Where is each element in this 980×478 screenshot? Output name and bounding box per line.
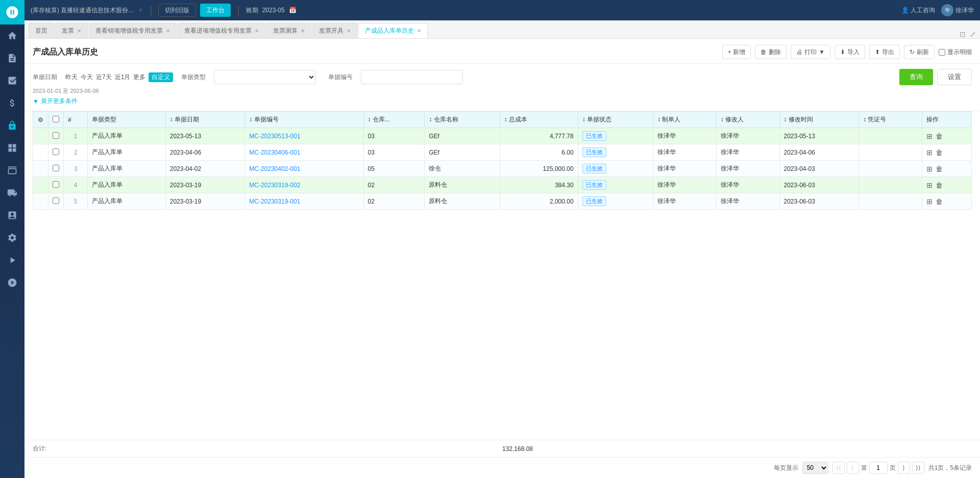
th-checkbox[interactable] (48, 112, 64, 128)
sidebar-item-play[interactable] (0, 249, 24, 271)
print-button[interactable]: 🖨 打印 ▼ (791, 45, 830, 59)
th-modify-time[interactable]: ↕ 修改时间 (779, 112, 859, 128)
row-checkbox[interactable] (48, 128, 64, 144)
th-settings[interactable]: ⚙ (33, 112, 48, 128)
sidebar-item-document[interactable] (0, 47, 24, 69)
show-detail-checkbox[interactable] (939, 49, 945, 56)
row-checkbox[interactable] (48, 144, 64, 161)
row-delete-icon[interactable]: 🗑 (936, 165, 943, 173)
row-number-link[interactable]: MC-20230319-001 (249, 198, 300, 205)
tab-product-history[interactable]: 产成品入库单历史 ✕ (358, 23, 428, 38)
tab-invoice-open[interactable]: 发票开具 ✕ (312, 23, 357, 38)
tab-sales-vat[interactable]: 查看销项增值税专用发票 ✕ (89, 23, 177, 38)
page-size-select[interactable]: 50 20 100 (802, 462, 828, 474)
tab-product-history-close[interactable]: ✕ (417, 28, 421, 34)
window-restore-button[interactable]: ⊡ (960, 30, 966, 38)
workbench-button[interactable]: 工作台 (200, 4, 231, 17)
type-filter-select[interactable] (214, 70, 316, 84)
th-warehouse-code[interactable]: ↕ 仓库... (363, 112, 425, 128)
tab-purchase-vat[interactable]: 查看进项增值税专用发票 ✕ (178, 23, 265, 38)
next-page-button[interactable]: ⟩ (898, 462, 910, 474)
tab-invoice[interactable]: 发票 ✕ (55, 23, 88, 38)
last-page-button[interactable]: ⟩⟩ (912, 462, 924, 474)
sidebar-item-box[interactable] (0, 159, 24, 182)
row-warehouse-name: 徐仓 (425, 161, 500, 177)
row-creator: 徐泽华 (653, 193, 717, 210)
today-shortcut[interactable]: 今天 (81, 73, 93, 82)
row-delete-icon[interactable]: 🗑 (936, 148, 943, 157)
row-delete-icon[interactable]: 🗑 (936, 181, 943, 189)
row-number-link[interactable]: MC-20230513-001 (249, 133, 300, 140)
yesterday-shortcut[interactable]: 昨天 (65, 73, 78, 82)
tab-home[interactable]: 首页 (29, 23, 54, 38)
last7-shortcut[interactable]: 近7天 (96, 73, 112, 82)
import-button[interactable]: ⬇ 导入 (835, 45, 865, 59)
page-number-input[interactable] (869, 462, 888, 474)
th-status[interactable]: ↕ 单据状态 (578, 112, 653, 128)
number-filter-input[interactable] (361, 70, 463, 84)
sidebar-item-home[interactable] (0, 24, 24, 47)
last1m-shortcut[interactable]: 近1月 (115, 73, 131, 82)
sidebar-item-report[interactable] (0, 204, 24, 227)
sidebar (0, 0, 24, 478)
row-edit-icon[interactable]: ⊞ (926, 148, 933, 157)
window-maximize-button[interactable]: ⤢ (970, 30, 976, 38)
prev-page-button[interactable]: ⟨ (847, 462, 859, 474)
sidebar-item-truck[interactable] (0, 182, 24, 204)
table-area: ⚙ # 单据类型 ↕ 单据日期 ↕ 单据编号 ↕ 仓库... ↕ 仓库名称 ↕ … (24, 111, 980, 440)
tab-invoice-open-close[interactable]: ✕ (347, 28, 351, 34)
row-number-link[interactable]: MC-20230319-002 (249, 182, 300, 189)
select-all-checkbox[interactable] (53, 116, 59, 122)
row-status: 已生效 (578, 128, 653, 144)
tab-invoice-calc[interactable]: 发票测算 ✕ (266, 23, 311, 38)
row-edit-icon[interactable]: ⊞ (926, 181, 933, 189)
th-voucher[interactable]: ↕ 凭证号 (859, 112, 922, 128)
help-label[interactable]: 👤 人工咨询 (901, 6, 935, 15)
row-number-link[interactable]: MC-20230402-001 (249, 165, 300, 172)
tab-invoice-close[interactable]: ✕ (77, 28, 81, 34)
more-shortcut[interactable]: 更多 (133, 73, 145, 82)
row-edit-icon[interactable]: ⊞ (926, 197, 933, 206)
export-button[interactable]: ⬆ 导出 (869, 45, 900, 59)
th-number[interactable]: ↕ 单据编号 (245, 112, 363, 128)
th-total-cost[interactable]: ↕ 总成本 (500, 112, 578, 128)
sidebar-item-settings[interactable] (0, 227, 24, 249)
row-action: ⊞ 🗑 (922, 161, 971, 177)
row-checkbox[interactable] (48, 193, 64, 210)
row-edit-icon[interactable]: ⊞ (926, 132, 933, 140)
row-delete-icon[interactable]: 🗑 (936, 132, 943, 140)
th-date[interactable]: ↕ 单据日期 (165, 112, 245, 128)
custom-shortcut[interactable]: 自定义 (149, 72, 173, 82)
first-page-button[interactable]: ⟨⟨ (832, 462, 845, 474)
row-warehouse-code: 03 (363, 144, 425, 161)
th-creator[interactable]: ↕ 制单人 (653, 112, 717, 128)
sidebar-item-version[interactable] (0, 271, 24, 294)
th-modifier[interactable]: ↕ 修改人 (716, 112, 779, 128)
query-button[interactable]: 查询 (899, 69, 933, 85)
delete-button[interactable]: 🗑 删除 (755, 45, 787, 59)
row-checkbox[interactable] (48, 177, 64, 193)
th-warehouse-name[interactable]: ↕ 仓库名称 (425, 112, 500, 128)
tab-invoice-calc-close[interactable]: ✕ (301, 28, 305, 34)
switch-version-button[interactable]: 切到旧版 (158, 4, 196, 17)
row-edit-icon[interactable]: ⊞ (926, 165, 933, 173)
sidebar-item-lock[interactable] (0, 114, 24, 137)
sidebar-item-chart[interactable] (0, 69, 24, 92)
row-checkbox[interactable] (48, 161, 64, 177)
row-delete-icon[interactable]: 🗑 (936, 197, 943, 206)
tab-sales-vat-close[interactable]: ✕ (166, 28, 170, 34)
set-button[interactable]: 设置 (937, 69, 972, 85)
tab-purchase-vat-close[interactable]: ✕ (255, 28, 259, 34)
row-number-link[interactable]: MC-20230406-001 (249, 149, 300, 156)
refresh-button[interactable]: ↻ 刷新 (904, 45, 935, 59)
sidebar-item-grid[interactable] (0, 137, 24, 159)
show-detail-toggle[interactable]: 显示明细 (939, 48, 972, 57)
help-icon: 👤 (901, 7, 909, 14)
page-size-label: 每页显示 (774, 464, 798, 472)
expand-more[interactable]: ▼ 展开更多条件 (33, 97, 972, 106)
number-filter-label: 单据编号 (328, 73, 353, 82)
user-info[interactable]: 华 徐泽华 (941, 4, 974, 16)
new-button[interactable]: + 新增 (722, 45, 751, 59)
date-filter-label: 单据日期 (33, 73, 57, 82)
sidebar-item-money[interactable] (0, 92, 24, 114)
